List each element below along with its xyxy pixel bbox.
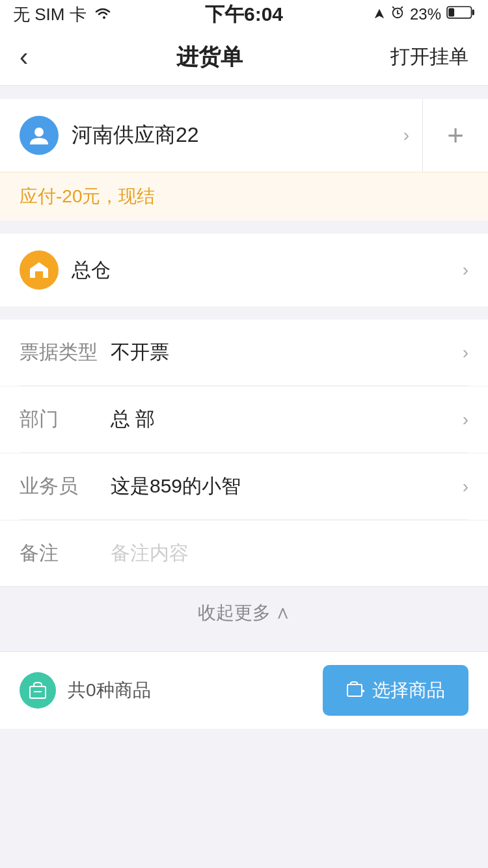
invoice-type-row[interactable]: 票据类型 不开票 ›: [0, 319, 488, 385]
page-background: [0, 729, 488, 868]
salesperson-value: 这是859的小智: [111, 473, 456, 500]
remark-value[interactable]: 备注内容: [111, 540, 468, 567]
svg-point-6: [34, 128, 44, 137]
info-banner: 应付-20元，现结: [0, 172, 488, 221]
supplier-section: 河南供应商22 › +: [0, 99, 488, 172]
section-gap-2: [0, 221, 488, 234]
bottom-bar: 共0种商品 选择商品: [0, 651, 488, 729]
status-bar: 无 SIM 卡 下午6:04 23%: [0, 0, 488, 29]
collapse-label: 收起更多 ∧: [198, 601, 291, 625]
supplier-avatar: [20, 116, 59, 155]
page-title: 进货单: [176, 42, 243, 72]
invoice-type-chevron-icon: ›: [463, 342, 468, 363]
select-product-label: 选择商品: [372, 678, 445, 703]
add-supplier-button[interactable]: +: [423, 99, 488, 172]
warehouse-icon: [20, 251, 59, 290]
section-gap-1: [0, 86, 488, 99]
location-icon: [373, 5, 385, 23]
department-row[interactable]: 部门 总 部 ›: [0, 386, 488, 452]
info-banner-text: 应付-20元，现结: [20, 186, 155, 206]
department-label: 部门: [20, 406, 98, 433]
collapse-button[interactable]: 收起更多 ∧: [0, 586, 488, 638]
salesperson-row[interactable]: 业务员 这是859的小智 ›: [0, 453, 488, 519]
select-product-button[interactable]: 选择商品: [323, 665, 468, 716]
back-button[interactable]: ‹: [20, 42, 28, 72]
battery-text: 23%: [410, 5, 441, 23]
svg-rect-4: [472, 10, 474, 16]
status-right: 23%: [373, 5, 475, 23]
remark-row[interactable]: 备注 备注内容: [0, 520, 488, 586]
department-chevron-icon: ›: [463, 409, 468, 430]
fields-section: 票据类型 不开票 › 部门 总 部 › 业务员 这是859的小智 › 备注 备注…: [0, 319, 488, 586]
section-gap-4: [0, 638, 488, 651]
product-count-icon: [20, 672, 56, 709]
section-gap-3: [0, 306, 488, 319]
open-pending-button[interactable]: 打开挂单: [390, 44, 468, 70]
salesperson-chevron-icon: ›: [463, 476, 468, 497]
battery-icon: [446, 5, 475, 23]
supplier-chevron-icon: ›: [403, 125, 409, 146]
warehouse-name: 总仓: [72, 257, 456, 284]
select-product-icon: [346, 681, 366, 700]
supplier-name: 河南供应商22: [72, 121, 397, 150]
invoice-type-value: 不开票: [111, 339, 456, 366]
warehouse-row[interactable]: 总仓 ›: [0, 234, 488, 306]
svg-rect-5: [448, 8, 454, 16]
alarm-icon: [390, 5, 405, 23]
department-value: 总 部: [111, 406, 456, 433]
wifi-icon: [93, 5, 113, 25]
remark-label: 备注: [20, 540, 98, 567]
svg-rect-7: [35, 271, 43, 278]
warehouse-chevron-icon: ›: [463, 260, 468, 280]
nav-bar: ‹ 进货单 打开挂单: [0, 29, 488, 86]
status-left: 无 SIM 卡: [13, 3, 113, 26]
carrier-text: 无 SIM 卡: [13, 3, 87, 26]
product-count-text: 共0种商品: [68, 678, 323, 703]
status-time: 下午6:04: [205, 1, 283, 28]
svg-rect-10: [347, 685, 362, 696]
salesperson-label: 业务员: [20, 473, 98, 500]
invoice-type-label: 票据类型: [20, 339, 98, 366]
supplier-selector[interactable]: 河南供应商22 ›: [0, 99, 423, 172]
